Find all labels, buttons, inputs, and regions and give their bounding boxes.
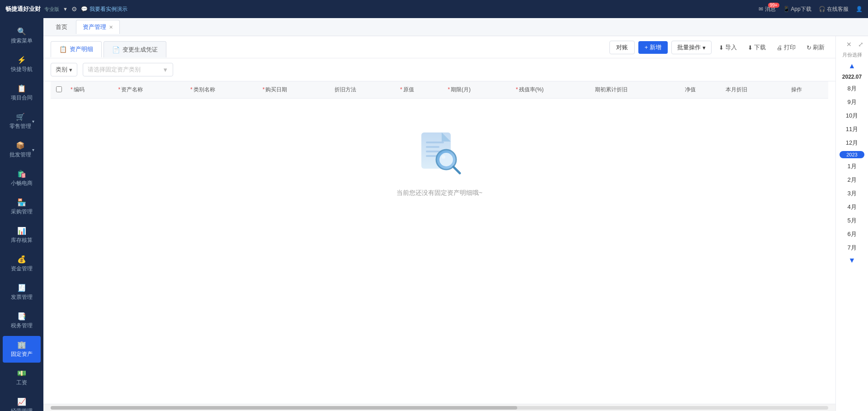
category-filter[interactable]: 类别 ▾ <box>51 63 77 76</box>
month-panel: ✕ ⤢ 月份选择 ▲ 2022.07 8月 9月 10月 11月 12月 202… <box>835 36 868 411</box>
app-download-btn[interactable]: 📱 App下载 <box>783 5 811 13</box>
print-button[interactable]: 🖨 打印 <box>773 41 799 54</box>
sidebar-item-retail[interactable]: 🛒 零售管理 ▾ <box>3 108 41 135</box>
table-header-row: *编码 *资产名称 *类别名称 *购买日期 折旧方法 *原值 *期限(月) *残… <box>51 81 828 99</box>
empty-state: 当前您还没有固定资产明细哦~ <box>51 99 828 224</box>
month-12[interactable]: 12月 <box>836 136 868 150</box>
month-8[interactable]: 8月 <box>836 82 868 95</box>
demo-link-text: 我要看实例演示 <box>90 5 127 13</box>
empty-illustration <box>412 126 467 180</box>
empty-text: 当前您还没有固定资产明细哦~ <box>396 189 482 197</box>
empty-row: 当前您还没有固定资产明细哦~ <box>51 99 828 225</box>
download-label: 下载 <box>754 43 766 52</box>
subtab-asset-detail[interactable]: 📋 资产明细 <box>51 41 102 57</box>
sidebar-item-fixed-assets[interactable]: 🏢 固定资产 <box>3 336 41 363</box>
col-code: *编码 <box>67 81 114 99</box>
month-2023-6[interactable]: 6月 <box>836 227 868 241</box>
scroll-thumb[interactable] <box>51 406 517 410</box>
reconcile-button[interactable]: 对账 <box>609 41 635 54</box>
refresh-label: 刷新 <box>813 43 825 52</box>
batch-arrow-icon: ▾ <box>703 44 706 51</box>
col-purchase-date: *购买日期 <box>259 81 331 99</box>
sidebar-item-ecommerce[interactable]: 🛍️ 小畅电商 <box>3 165 41 192</box>
tab-bar: 首页 资产管理 ✕ <box>43 18 868 36</box>
sidebar-item-inventory[interactable]: 📊 库存核算 <box>3 222 41 249</box>
sidebar-item-operations[interactable]: 📈 经营管理 <box>3 393 41 411</box>
panel-controls: ✕ ⤢ <box>836 39 868 50</box>
search-menu-icon: 🔍 <box>5 27 39 36</box>
download-button[interactable]: ⬇ 下载 <box>744 41 769 54</box>
import-icon: ⬇ <box>719 44 724 51</box>
col-depreciation-method: 折旧方法 <box>331 81 396 99</box>
month-2023-3[interactable]: 3月 <box>836 187 868 200</box>
month-10[interactable]: 10月 <box>836 109 868 123</box>
batch-button[interactable]: 批量操作 ▾ <box>671 41 712 54</box>
sidebar-item-project-contract[interactable]: 📋 项目合同 <box>3 80 41 106</box>
company-dropdown[interactable]: ▼ <box>63 6 68 12</box>
month-2023-7[interactable]: 7月 <box>836 241 868 255</box>
sidebar-item-salary[interactable]: 💵 工资 <box>3 364 41 391</box>
month-11[interactable]: 11月 <box>836 123 868 136</box>
sidebar-item-label: 采购管理 <box>5 208 39 216</box>
sidebar-item-label: 库存核算 <box>5 236 39 244</box>
wholesale-icon: 📦 <box>9 141 31 150</box>
finance-icon: 💰 <box>5 255 39 264</box>
retail-icon: 🛒 <box>9 113 31 121</box>
scroll-track[interactable] <box>51 406 828 410</box>
sidebar-item-label: 固定资产 <box>5 350 39 358</box>
col-asset-name: *资产名称 <box>114 81 187 99</box>
month-2023-2[interactable]: 2月 <box>836 173 868 187</box>
sidebar-item-search-menu[interactable]: 🔍 搜索菜单 <box>3 23 41 49</box>
refresh-button[interactable]: ↻ 刷新 <box>803 41 828 54</box>
svg-point-7 <box>439 153 453 166</box>
subtab-change-voucher[interactable]: 📄 变更生成凭证 <box>104 41 166 57</box>
tab-asset-management[interactable]: 资产管理 ✕ <box>76 20 120 34</box>
sidebar-item-purchase[interactable]: 🏪 采购管理 <box>3 194 41 220</box>
demo-link[interactable]: 💬 我要看实例演示 <box>81 5 127 13</box>
sidebar-item-label: 项目合同 <box>5 94 39 102</box>
online-service-btn[interactable]: 🎧 在线客服 <box>819 5 849 13</box>
month-2023-1[interactable]: 1月 <box>836 160 868 173</box>
expand-panel-icon[interactable]: ⤢ <box>855 40 866 49</box>
col-monthly-depreciation: 本月折旧 <box>722 81 788 99</box>
sidebar-item-finance[interactable]: 💰 资金管理 <box>3 250 41 277</box>
main-layout: 🔍 搜索菜单 ⚡ 快捷导航 📋 项目合同 🛒 零售管理 ▾ 📦 批发管理 ▾ <box>0 18 868 411</box>
import-button[interactable]: ⬇ 导入 <box>715 41 741 54</box>
month-2023-4[interactable]: 4月 <box>836 200 868 214</box>
sidebar-item-label: 税务管理 <box>5 322 39 330</box>
ecommerce-icon: 🛍️ <box>5 170 39 178</box>
col-operation: 操作 <box>788 81 828 99</box>
sidebar-item-wholesale[interactable]: 📦 批发管理 ▾ <box>3 137 41 163</box>
month-9[interactable]: 9月 <box>836 95 868 109</box>
month-prev-icon[interactable]: ▲ <box>847 60 858 72</box>
sidebar-item-invoice[interactable]: 🧾 发票管理 <box>3 279 41 306</box>
close-tab-icon[interactable]: ✕ <box>109 24 113 30</box>
settings-icon[interactable]: ⚙ <box>71 5 77 13</box>
col-category-name: *类别名称 <box>187 81 259 99</box>
table-wrap: *编码 *资产名称 *类别名称 *购买日期 折旧方法 *原值 *期限(月) *残… <box>43 81 835 404</box>
top-bar-right: ✉ 消息 99+ 📱 App下载 🎧 在线客服 👤 <box>759 5 863 13</box>
add-button[interactable]: + 新增 <box>638 41 668 54</box>
online-service-label: 在线客服 <box>827 6 849 12</box>
phone-icon: 📱 <box>783 6 790 12</box>
invoice-icon: 🧾 <box>5 283 39 292</box>
import-label: 导入 <box>725 43 737 52</box>
top-bar: 畅捷通好业财 专业版 ▼ ⚙ 💬 我要看实例演示 ✉ 消息 99+ 📱 App下… <box>0 0 868 18</box>
home-tab-label: 首页 <box>56 23 67 31</box>
tab-home[interactable]: 首页 <box>49 20 74 34</box>
sidebar-item-label: 经营管理 <box>5 407 39 411</box>
user-avatar[interactable]: 👤 <box>856 6 863 12</box>
fixed-assets-icon: 🏢 <box>5 340 39 349</box>
month-2023-5[interactable]: 5月 <box>836 214 868 227</box>
sidebar-item-quick-nav[interactable]: ⚡ 快捷导航 <box>3 51 41 78</box>
month-next-icon[interactable]: ▼ <box>847 255 858 266</box>
app-download-label: App下载 <box>791 6 811 12</box>
assets-table: *编码 *资产名称 *类别名称 *购买日期 折旧方法 *原值 *期限(月) *残… <box>51 81 828 224</box>
messages-btn[interactable]: ✉ 消息 99+ <box>759 5 775 13</box>
category-input-wrap[interactable]: 请选择固定资产类别 ▼ <box>83 63 173 76</box>
sidebar-item-tax[interactable]: 📑 税务管理 <box>3 307 41 334</box>
select-all-checkbox[interactable] <box>56 86 62 92</box>
close-panel-icon[interactable]: ✕ <box>844 40 854 49</box>
filter-arrow-icon: ▾ <box>69 66 72 73</box>
asset-tab-label: 资产管理 <box>83 23 106 31</box>
